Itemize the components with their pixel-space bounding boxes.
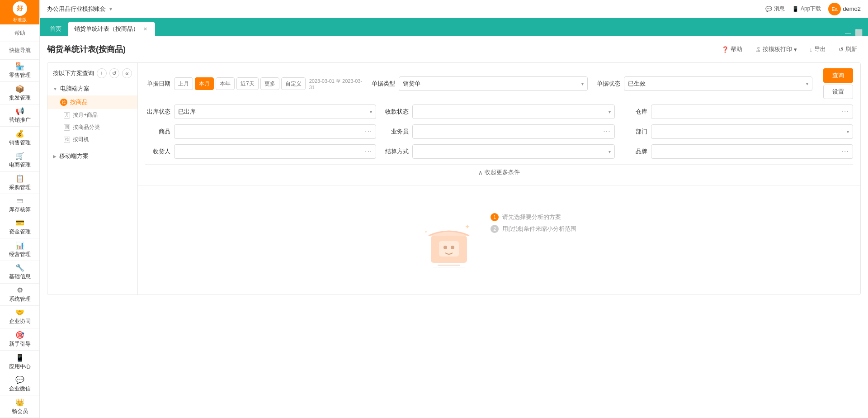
user-menu[interactable]: Ea demo2 <box>828 3 861 15</box>
message-icon: 💬 <box>765 6 772 12</box>
receiver-input[interactable]: ··· <box>174 144 376 159</box>
by-product-label: 按商品 <box>70 98 88 106</box>
sidebar-search[interactable]: 帮助 <box>0 24 40 42</box>
help-btn[interactable]: ❓ 帮助 <box>718 43 746 55</box>
print-btn[interactable]: 🖨 按模板打印 ▾ <box>751 43 801 55</box>
doc-type-select[interactable]: 销货单 ▾ <box>399 76 587 91</box>
topbar-left: 办公用品行业模拟账套 ▾ <box>47 5 112 13</box>
filter-doc-status: 单据状态 已生效 ▾ <box>595 76 812 91</box>
filter-payment: 结算方式 ▾ <box>383 144 614 159</box>
tab-sales-stat[interactable]: 销货单统计表（按商品） ✕ <box>68 22 155 36</box>
pc-arrow-icon: ▼ <box>53 86 57 91</box>
warehouse-input[interactable]: ··· <box>651 104 853 119</box>
sidebar-item-sales[interactable]: 💰 销售管理 <box>0 127 40 149</box>
tab-home-label: 首页 <box>50 25 61 33</box>
scheme-mobile-title[interactable]: ▶ 移动端方案 <box>47 149 137 163</box>
finance-label: 资金管理 <box>9 228 31 236</box>
query-btn[interactable]: 查询 <box>823 68 853 83</box>
tab-close-btn[interactable]: ✕ <box>142 25 149 33</box>
scheme-panel: 按以下方案查询 + ↺ « ▼ 电脑端方案 <box>47 63 138 294</box>
message-btn[interactable]: 💬 消息 <box>765 5 785 13</box>
scheme-header-icons: + ↺ « <box>97 68 132 78</box>
purchase-icon: 📋 <box>15 174 24 183</box>
tab-minimize-btn[interactable]: — <box>845 29 851 36</box>
staff-input[interactable]: ··· <box>412 124 614 139</box>
dept-select[interactable]: ▾ <box>651 124 853 139</box>
sidebar-item-basic[interactable]: 🔧 基础信息 <box>0 261 40 284</box>
sidebar-item-purchase[interactable]: 📋 采购管理 <box>0 172 40 195</box>
sidebar-item-operation[interactable]: 📊 经营管理 <box>0 238 40 261</box>
scheme-item-by-category[interactable]: 回 按商品分类 <box>47 121 137 133</box>
sidebar-item-marketing[interactable]: 📢 营销推广 <box>0 104 40 127</box>
doc-status-value: 已生效 <box>628 80 646 88</box>
print-label: 按模板打印 <box>763 45 792 53</box>
appstore-label: 应用中心 <box>9 363 31 370</box>
refresh-btn[interactable]: ↺ 刷新 <box>835 43 861 55</box>
setting-btn[interactable]: 设置 <box>823 85 853 99</box>
sidebar-item-corp[interactable]: 🤝 企业协同 <box>0 306 40 328</box>
scheme-pc-title[interactable]: ▼ 电脑端方案 <box>47 82 137 95</box>
sidebar-item-appstore[interactable]: 📱 应用中心 <box>0 351 40 373</box>
help-icon: ❓ <box>722 46 729 53</box>
date-btn-last-month[interactable]: 上月 <box>174 77 193 90</box>
doc-type-value: 销货单 <box>403 80 420 88</box>
warehouse-dots: ··· <box>842 108 849 116</box>
scheme-collapse-btn[interactable]: « <box>122 68 132 78</box>
page-title: 销货单统计表(按商品) <box>47 44 126 55</box>
scheme-group-pc: ▼ 电脑端方案 按 按商品 月 按月+商品 回 <box>47 82 137 146</box>
scheme-refresh-btn[interactable]: ↺ <box>109 68 119 78</box>
finance-icon: 💳 <box>15 218 24 227</box>
scheme-add-btn[interactable]: + <box>97 68 107 78</box>
collapse-arrow-icon: ∧ <box>478 169 483 176</box>
tab-sales-stat-label: 销货单统计表（按商品） <box>74 25 139 33</box>
sidebar-item-wholesale[interactable]: 📦 批发管理 <box>0 82 40 104</box>
empty-state: ✦ ✦ 1 请先选择 <box>138 186 860 294</box>
date-btn-7days[interactable]: 近7天 <box>236 77 259 90</box>
filter-receipt-status: 收款状态 ▾ <box>383 104 614 119</box>
tab-maximize-btn[interactable]: ⬜ <box>855 29 863 36</box>
sidebar-quick-nav[interactable]: 快捷导航 <box>0 42 40 60</box>
date-btn-more[interactable]: 更多 <box>260 77 279 90</box>
sidebar-item-finance[interactable]: 💳 资金管理 <box>0 216 40 239</box>
product-input[interactable]: ··· <box>174 124 376 139</box>
appstore-icon: 📱 <box>15 353 24 362</box>
by-month-product-icon: 月 <box>64 112 70 119</box>
out-status-select[interactable]: 已出库 ▾ <box>174 104 376 119</box>
empty-text-block: 1 请先选择要分析的方案 2 用[过滤]条件来缩小分析范围 <box>491 213 576 233</box>
date-btn-this-month[interactable]: 本月 <box>195 77 214 90</box>
operation-label: 经营管理 <box>9 251 31 258</box>
date-btn-custom[interactable]: 自定义 <box>281 77 306 90</box>
export-icon: ↓ <box>810 46 813 53</box>
scheme-item-by-machine[interactable]: 按 按司机 <box>47 133 137 146</box>
export-btn[interactable]: ↓ 导出 <box>806 43 830 55</box>
scheme-item-by-month-product[interactable]: 月 按月+商品 <box>47 109 137 121</box>
app-logo[interactable]: 好 标准版 <box>0 0 40 24</box>
mobile-title-label: 移动端方案 <box>59 152 89 160</box>
sidebar-item-wechat[interactable]: 💬 企业微信 <box>0 373 40 396</box>
industry-dropdown-icon[interactable]: ▾ <box>109 6 112 12</box>
operation-icon: 📊 <box>15 241 24 250</box>
app-download-btn[interactable]: 📱 App下载 <box>792 5 821 13</box>
by-machine-label: 按司机 <box>73 136 89 143</box>
scheme-item-by-product[interactable]: 按 按商品 <box>47 95 137 109</box>
sidebar-item-retail[interactable]: 🏪 零售管理 <box>0 60 40 82</box>
sidebar-item-inventory[interactable]: 🗃 库存核算 <box>0 194 40 216</box>
filter-receiver: 收货人 ··· <box>145 144 376 159</box>
date-btn-this-year[interactable]: 本年 <box>216 77 235 90</box>
receipt-status-select[interactable]: ▾ <box>412 104 614 119</box>
mobile-arrow-icon: ▶ <box>53 154 57 159</box>
brand-input[interactable]: ··· <box>651 144 853 159</box>
sidebar-item-ecommerce[interactable]: 🛒 电商管理 <box>0 149 40 172</box>
payment-select[interactable]: ▾ <box>412 144 614 159</box>
dept-arrow: ▾ <box>847 129 849 134</box>
sidebar-item-guide[interactable]: 🎯 新手引导 <box>0 328 40 351</box>
page-header: 销货单统计表(按商品) ❓ 帮助 🖨 按模板打印 ▾ ↓ 导出 <box>47 43 861 55</box>
sidebar-item-system[interactable]: ⚙ 系统管理 <box>0 284 40 306</box>
collapse-more-btn[interactable]: ∧ 收起更多条件 <box>145 164 853 180</box>
refresh-label: 刷新 <box>845 45 857 53</box>
doc-status-select[interactable]: 已生效 ▾ <box>624 76 812 91</box>
sidebar-item-member[interactable]: 👑 畅会员 <box>0 395 40 418</box>
svg-point-3 <box>451 246 454 249</box>
dept-label: 部门 <box>622 128 647 136</box>
tab-home[interactable]: 首页 <box>43 22 68 36</box>
